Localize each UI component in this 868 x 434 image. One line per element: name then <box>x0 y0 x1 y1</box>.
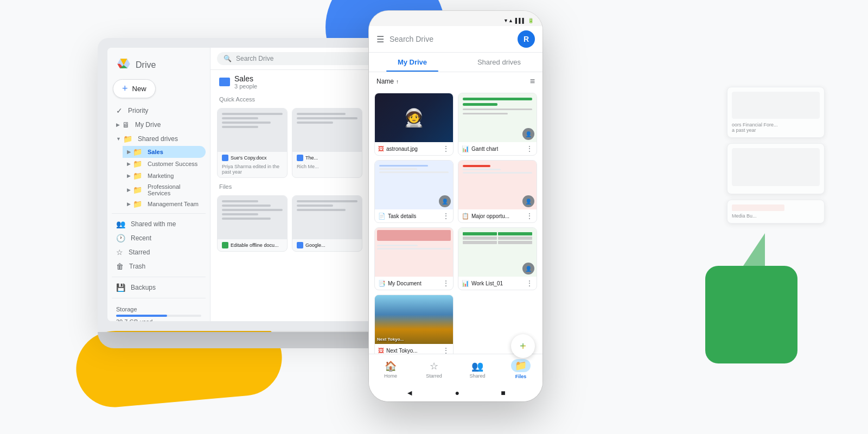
nav-item-files[interactable]: 📁 Files <box>499 358 542 381</box>
file-name: The... <box>305 155 358 161</box>
drive-sidebar: Drive + New ✓ Priority ▶ 🖥 My Drive ▼ <box>107 48 210 321</box>
sidebar-divider-1 <box>112 213 206 214</box>
file-card-work-list[interactable]: 👤 📊 Work List_01 ⋮ <box>458 227 537 290</box>
sidebar-item-starred[interactable]: ☆ Starred <box>107 245 206 259</box>
file-meta-1: Priya Sharma edited in the past year <box>218 164 287 177</box>
new-plus-icon: + <box>122 83 128 94</box>
file-left-astronaut: 🖼 astronaut.jpg <box>378 145 442 152</box>
gantt-line-3 <box>463 108 532 110</box>
right-card-thumb-2 <box>732 148 820 186</box>
cell <box>463 237 497 240</box>
file-card[interactable]: Editable offline docu... <box>217 195 288 252</box>
new-button[interactable]: + New <box>113 79 156 98</box>
sidebar-item-recent[interactable]: 🕐 Recent <box>107 231 206 245</box>
more-options-icon[interactable]: ⋮ <box>442 346 450 354</box>
phone-header: ☰ Search Drive R <box>369 26 542 53</box>
file-info-1: Sue's Copy.docx <box>218 152 287 164</box>
right-background-cards: oors Financial Fore... a past year Media… <box>727 87 825 224</box>
battery-icon: 🔋 <box>528 18 534 23</box>
file-left-task: 📄 Task details <box>378 213 442 220</box>
search-drive-label: Search Drive <box>390 35 433 43</box>
tab-my-drive[interactable]: My Drive <box>369 53 456 72</box>
more-options-icon[interactable]: ⋮ <box>442 144 450 153</box>
file-card[interactable]: The... Rich Me... <box>292 108 362 178</box>
sidebar-label-mt: Management Team <box>148 201 199 207</box>
more-options-icon[interactable]: ⋮ <box>526 279 533 288</box>
file-info-work-list: 📊 Work List_01 ⋮ <box>458 277 537 290</box>
recents-button[interactable]: ■ <box>501 388 505 397</box>
phone-search-bar[interactable]: Search Drive <box>390 35 512 43</box>
docs-icon: 📄 <box>378 213 386 220</box>
more-options-icon[interactable]: ⋮ <box>526 212 533 220</box>
file-card-my-document[interactable]: 📑 My Document ⋮ <box>374 227 454 290</box>
file-card-task-details[interactable]: 👤 📄 Task details ⋮ <box>374 160 454 223</box>
sidebar-item-professional-services[interactable]: ▶ 📁 Professional Services <box>123 182 206 198</box>
sheets-icon: 📊 <box>462 145 469 152</box>
sidebar-item-customer-success[interactable]: ▶ 📁 Customer Success <box>123 158 206 170</box>
thumb-line <box>297 200 358 202</box>
tab-shared-drives-label: Shared drives <box>477 58 521 66</box>
thumb-line <box>297 205 333 207</box>
phone-bottom-nav: 🏠 Home ☆ Starred 👥 Shared 📁 Files <box>369 354 542 384</box>
right-card-item-3 <box>732 205 784 211</box>
image-icon: 🖼 <box>378 347 384 354</box>
nav-item-starred[interactable]: ☆ Starred <box>412 358 456 381</box>
sidebar-item-trash[interactable]: 🗑 Trash <box>107 259 206 273</box>
more-options-icon[interactable]: ⋮ <box>442 212 450 220</box>
drive-app-title: Drive <box>136 60 156 70</box>
file-card[interactable]: Sue's Copy.docx Priya Sharma edited in t… <box>217 108 288 178</box>
bg-green-triangle <box>743 233 765 266</box>
file-card-next-tokyo[interactable]: Next Tokyo... 🖼 Next Tokyo... ⋮ <box>374 295 454 354</box>
slide-line <box>377 245 418 246</box>
thumb-line <box>222 126 258 128</box>
file-card[interactable]: Google... <box>292 195 362 252</box>
file-info-tokyo: 🖼 Next Tokyo... ⋮ <box>375 344 453 354</box>
phone-list-header: Name ↑ ≡ <box>374 72 537 91</box>
list-view-icon[interactable]: ≡ <box>530 76 535 86</box>
more-options-icon[interactable]: ⋮ <box>526 144 533 153</box>
slide-header <box>377 230 451 241</box>
doc-line <box>379 171 449 173</box>
back-button[interactable]: ◄ <box>406 388 413 397</box>
more-options-icon[interactable]: ⋮ <box>442 279 450 288</box>
sidebar-item-shared-drives[interactable]: ▼ 📁 Shared drives <box>107 132 206 146</box>
right-card-3: Media Bu... <box>727 200 825 224</box>
file-card-astronaut[interactable]: 🧑‍🚀 🖼 astronaut.jpg ⋮ <box>374 93 454 156</box>
file-card-gantt[interactable]: 👤 📊 Gantt chart ⋮ <box>458 93 537 156</box>
file-meta-2: Rich Me... <box>292 164 362 172</box>
sidebar-item-priority[interactable]: ✓ Priority <box>107 104 206 118</box>
file-card-major-opportu[interactable]: 👤 📋 Major opportu... ⋮ <box>458 160 537 223</box>
file-left-major: 📋 Major opportu... <box>462 213 526 220</box>
sidebar-divider-2 <box>112 277 206 277</box>
sidebar-item-marketing[interactable]: ▶ 📁 Marketing <box>123 170 206 182</box>
shared-nav-icon: 👥 <box>471 360 483 372</box>
nav-item-shared[interactable]: 👥 Shared <box>456 358 499 381</box>
sort-control[interactable]: Name ↑ <box>376 78 399 85</box>
thumb-line <box>222 113 283 115</box>
sales-expand-icon: ▶ <box>127 149 131 155</box>
phone-tabs: My Drive Shared drives <box>369 53 542 72</box>
hamburger-menu-icon[interactable]: ☰ <box>376 34 384 44</box>
right-card-2 <box>727 143 825 194</box>
file-info-my-doc: 📑 My Document ⋮ <box>375 277 453 290</box>
tab-shared-drives[interactable]: Shared drives <box>456 53 542 72</box>
sidebar-item-my-drive[interactable]: ▶ 🖥 My Drive <box>107 118 206 132</box>
phone-status-bar: ▼▲ ▌▌▌ 🔋 <box>369 11 542 26</box>
sidebar-item-backups[interactable]: 💾 Backups <box>107 280 206 295</box>
sidebar-item-sales[interactable]: ▶ 📁 Sales <box>123 146 206 158</box>
storage-used: 30.7 GB used <box>116 318 201 321</box>
fab-button[interactable]: + <box>511 334 535 358</box>
user-avatar[interactable]: R <box>518 30 535 48</box>
nav-label-home: Home <box>384 373 397 379</box>
shared-avatar-major: 👤 <box>522 195 534 207</box>
search-placeholder: Search Drive <box>236 55 273 62</box>
home-button[interactable]: ● <box>455 388 459 397</box>
sidebar-item-shared-with-me[interactable]: 👥 Shared with me <box>107 217 206 231</box>
priority-icon: ✓ <box>116 106 123 115</box>
nav-item-home[interactable]: 🏠 Home <box>369 358 412 381</box>
sidebar-item-management-team[interactable]: ▶ 📁 Management Team <box>123 198 206 210</box>
sidebar-label-shared-me: Shared with me <box>131 220 176 228</box>
folder-people: 3 people <box>234 83 257 90</box>
gantt-line-4 <box>463 113 508 114</box>
mkt-folder-icon: 📁 <box>133 171 142 180</box>
